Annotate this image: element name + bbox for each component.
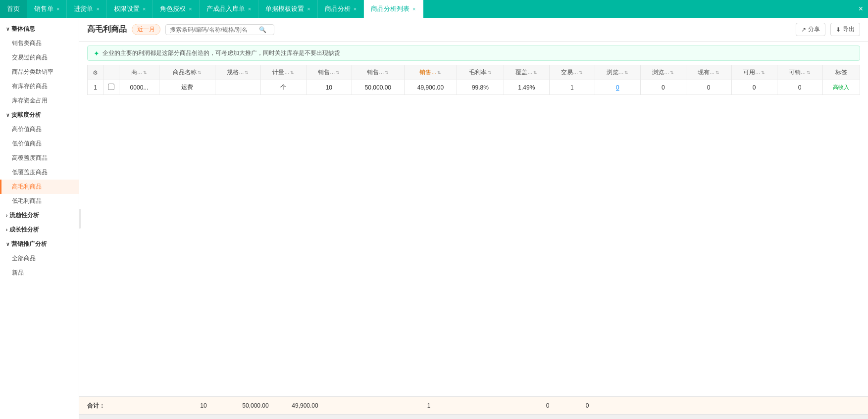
col-transaction[interactable]: 交易...⇅: [549, 65, 595, 80]
nav-sales-order[interactable]: 销售单 ×: [27, 0, 67, 18]
close-sales-order[interactable]: ×: [56, 6, 59, 12]
col-sales-cost[interactable]: 销售...⇅: [404, 65, 457, 80]
close-product-analysis-list[interactable]: ×: [412, 6, 415, 12]
share-icon: ↗: [801, 26, 806, 33]
nav-permission[interactable]: 权限设置 ×: [107, 0, 153, 18]
cell-browse1[interactable]: 0: [595, 80, 640, 95]
footer-available-stock: 0: [567, 402, 607, 409]
sidebar: ∨ 整体信息 销售类商品 交易过的商品 商品分类助销率 有库存的商品 库存资金占…: [0, 18, 79, 419]
search-box: 🔍: [165, 24, 274, 35]
sidebar-group-contribution[interactable]: ∨ 贡献度分析: [0, 108, 79, 122]
close-role[interactable]: ×: [189, 6, 192, 12]
nav-home[interactable]: 首页: [0, 0, 27, 18]
col-name[interactable]: 商品名称⇅: [159, 65, 215, 80]
search-icon[interactable]: 🔍: [259, 26, 266, 33]
cell-name: 运费: [159, 80, 215, 95]
footer-transaction: 1: [409, 402, 449, 409]
close-all-tabs[interactable]: ×: [859, 4, 863, 13]
nav-product-analysis-list[interactable]: 商品分析列表 ×: [364, 0, 423, 18]
nav-template-settings[interactable]: 单据模板设置 ×: [258, 0, 317, 18]
col-code[interactable]: 商...⇅: [119, 65, 159, 80]
sidebar-item-low-value[interactable]: 低价值商品: [0, 137, 79, 151]
search-input[interactable]: [170, 26, 259, 33]
footer-sales-cost: 49,900.00: [280, 402, 330, 409]
col-spec[interactable]: 规格...⇅: [215, 65, 260, 80]
table-row: 1 0000... 运费 个 10 50,000.00 49,900.00 99…: [88, 80, 860, 95]
sidebar-group-overall[interactable]: ∨ 整体信息: [0, 22, 79, 36]
sidebar-item-stocked-goods[interactable]: 有库存的商品: [0, 79, 79, 93]
sidebar-item-low-margin[interactable]: 低毛利商品: [0, 194, 79, 208]
sidebar-item-low-coverage[interactable]: 低覆盖度商品: [0, 165, 79, 180]
col-settings[interactable]: ⚙: [88, 65, 103, 80]
arrow-trend: ›: [6, 213, 7, 218]
arrow-contribution: ∨: [6, 112, 9, 118]
footer-sales-qty: 10: [176, 402, 231, 409]
total-label: 合计：: [87, 402, 176, 410]
sidebar-item-all-goods[interactable]: 全部商品: [0, 251, 79, 266]
cell-tag: 高收入: [822, 80, 860, 95]
col-sales-amount[interactable]: 销售...⇅: [352, 65, 404, 80]
col-available-stock[interactable]: 可用...⇅: [731, 65, 777, 80]
sidebar-item-stock-capital[interactable]: 库存资金占用: [0, 93, 79, 108]
bottom-scrollbar[interactable]: [79, 414, 868, 419]
page-title: 高毛利商品: [87, 24, 127, 35]
col-sales-qty[interactable]: 销售...⇅: [306, 65, 352, 80]
sidebar-item-high-margin[interactable]: 高毛利商品: [0, 180, 79, 194]
cell-sales-amount: 50,000.00: [352, 80, 404, 95]
footer-sales-amount: 50,000.00: [231, 402, 280, 409]
data-table: ⚙ 商...⇅ 商品名称⇅ 规格...⇅ 计量...⇅ 销售...⇅ 销售...…: [87, 65, 860, 95]
sidebar-item-sales-goods[interactable]: 销售类商品: [0, 36, 79, 50]
arrow-marketing: ∨: [6, 241, 9, 247]
close-product-analysis[interactable]: ×: [354, 6, 357, 12]
cell-checkbox[interactable]: [103, 80, 119, 95]
nav-role[interactable]: 角色授权 ×: [153, 0, 199, 18]
filter-recent-month[interactable]: 近一月: [132, 24, 160, 35]
footer-current-stock: 0: [528, 402, 567, 409]
sidebar-item-category-rate[interactable]: 商品分类助销率: [0, 65, 79, 79]
close-permission[interactable]: ×: [143, 6, 146, 12]
col-browse2[interactable]: 浏览...⇅: [640, 65, 686, 80]
sidebar-item-traded-goods[interactable]: 交易过的商品: [0, 50, 79, 65]
nav-product-analysis[interactable]: 商品分析 ×: [318, 0, 364, 18]
sidebar-collapse-btn[interactable]: «: [79, 209, 81, 229]
footer-total: 合计： 10 50,000.00 49,900.00 1 0 0: [79, 396, 868, 414]
cell-sales-cost: 49,900.00: [404, 80, 457, 95]
col-unit[interactable]: 计量...⇅: [260, 65, 306, 80]
nav-purchase-order[interactable]: 进货单 ×: [67, 0, 106, 18]
close-template-settings[interactable]: ×: [307, 6, 310, 12]
main-layout: ∨ 整体信息 销售类商品 交易过的商品 商品分类助销率 有库存的商品 库存资金占…: [0, 18, 868, 419]
info-banner: ✦ 企业的主要的利润都是这部分商品创造的，可考虑加大推广，同时关注库存是不要出现…: [87, 46, 860, 61]
cell-sellable-stock: 0: [777, 80, 822, 95]
col-margin-rate[interactable]: 毛利率⇅: [457, 65, 504, 80]
cell-browse2: 0: [640, 80, 686, 95]
col-current-stock[interactable]: 现有...⇅: [686, 65, 731, 80]
cell-coverage: 1.49%: [504, 80, 549, 95]
col-tag: 标签: [822, 65, 860, 80]
cell-current-stock: 0: [686, 80, 731, 95]
close-purchase-order[interactable]: ×: [96, 6, 99, 12]
table-header-row: ⚙ 商...⇅ 商品名称⇅ 规格...⇅ 计量...⇅ 销售...⇅ 销售...…: [88, 65, 860, 80]
col-coverage[interactable]: 覆盖...⇅: [504, 65, 549, 80]
sidebar-item-high-coverage[interactable]: 高覆盖度商品: [0, 151, 79, 165]
info-icon: ✦: [94, 49, 100, 57]
cell-sales-qty: 10: [306, 80, 352, 95]
sidebar-group-growth[interactable]: › 成长性分析: [0, 223, 79, 237]
arrow-growth: ›: [6, 227, 7, 233]
sidebar-item-high-value[interactable]: 高价值商品: [0, 122, 79, 137]
col-sellable-stock[interactable]: 可销...⇅: [777, 65, 822, 80]
nav-product-inbound[interactable]: 产成品入库单 ×: [200, 0, 258, 18]
share-button[interactable]: ↗ 分享: [796, 23, 825, 36]
cell-index: 1: [88, 80, 103, 95]
col-browse1[interactable]: 浏览...⇅: [595, 65, 640, 80]
sidebar-group-trend[interactable]: › 流趋性分析: [0, 208, 79, 223]
export-icon: ⬇: [836, 26, 841, 33]
cell-spec: [215, 80, 260, 95]
sidebar-item-new-goods[interactable]: 新品: [0, 266, 79, 280]
row-checkbox[interactable]: [108, 84, 114, 90]
col-checkbox: [103, 65, 119, 80]
export-button[interactable]: ⬇ 导出: [830, 23, 860, 36]
sidebar-group-marketing[interactable]: ∨ 营销推广分析: [0, 237, 79, 251]
cell-transaction: 1: [549, 80, 595, 95]
close-product-inbound[interactable]: ×: [248, 6, 251, 12]
cell-code: 0000...: [119, 80, 159, 95]
